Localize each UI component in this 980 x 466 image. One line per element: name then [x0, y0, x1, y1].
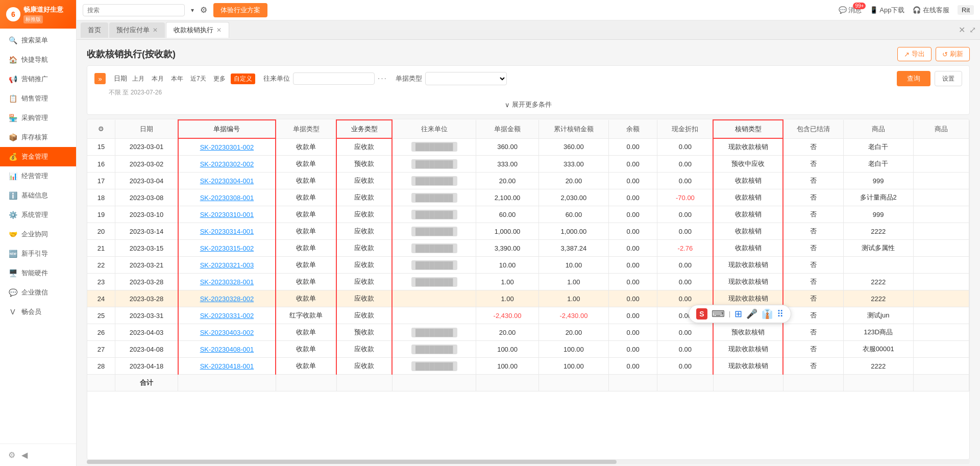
filter-toggle-icon[interactable]: » [94, 73, 106, 84]
col-header-discount[interactable]: 现金折扣 [657, 120, 713, 138]
col-header-bill_no[interactable]: 单据编号 [178, 120, 276, 138]
bill-no-link[interactable]: SK-20230301-002 [200, 143, 254, 151]
col-header-verified[interactable]: 累计核销金额 [539, 120, 609, 138]
date-this-month[interactable]: 本月 [150, 73, 166, 84]
sidebar-item-sales[interactable]: 📋 销售管理 [0, 89, 76, 108]
cell-bill_no[interactable]: SK-20230328-001 [178, 274, 276, 290]
sidebar-item-member[interactable]: V 畅会员 [0, 302, 76, 322]
bill-no-link[interactable]: SK-20230308-001 [200, 194, 254, 202]
table-row[interactable]: 282023-04-18SK-20230418-001收款单应收款███████… [87, 358, 969, 375]
table-row[interactable]: 202023-03-14SK-20230314-001收款单应收款███████… [87, 223, 969, 240]
sidebar-item-operation[interactable]: 📊 经营管理 [0, 166, 76, 186]
tab-expand-icon[interactable]: ⤢ [969, 25, 976, 35]
cell-bill_no[interactable]: SK-20230403-002 [178, 324, 276, 341]
grid-icon[interactable]: 🎤 [746, 308, 757, 320]
col-header-goods2[interactable]: 商品 [913, 120, 969, 138]
cell-bill_no[interactable]: SK-20230418-001 [178, 358, 276, 375]
settings-icon[interactable]: ⚙ [8, 450, 15, 460]
table-row[interactable]: 192023-03-10SK-20230310-001收款单应收款███████… [87, 206, 969, 223]
cell-bill_no[interactable]: SK-20230321-003 [178, 257, 276, 274]
keyboard-icon[interactable]: ⊞ [734, 308, 742, 320]
table-row[interactable]: 152023-03-01SK-20230301-002收款单应收款███████… [87, 138, 969, 156]
sidebar-item-system[interactable]: ⚙️ 系统管理 [0, 205, 76, 225]
industry-solution-button[interactable]: 体验行业方案 [213, 3, 267, 17]
cell-bill_no[interactable]: SK-20230308-001 [178, 189, 276, 206]
topbar-dropdown[interactable]: ▾ [191, 7, 194, 14]
date-7days[interactable]: 近7天 [188, 73, 208, 84]
table-row[interactable]: 242023-03-28SK-20230328-002收款单应收款1.001.0… [87, 290, 969, 307]
date-more[interactable]: 更多 [211, 73, 228, 84]
table-row[interactable]: 172023-03-04SK-20230304-001收款单应收款███████… [87, 173, 969, 189]
bill-no-link[interactable]: SK-20230403-002 [200, 329, 254, 336]
topbar-search-input[interactable] [83, 4, 185, 16]
cell-bill_no[interactable]: SK-20230314-001 [178, 223, 276, 240]
refresh-button[interactable]: ↺ 刷新 [936, 47, 970, 61]
col-header-cancel_type[interactable]: 核销类型 [713, 120, 783, 138]
expand-conditions[interactable]: ∨ 展开更多条件 [94, 100, 962, 109]
date-this-year[interactable]: 本年 [169, 73, 185, 84]
bill-no-link[interactable]: SK-20230302-002 [200, 160, 254, 168]
topbar-gear-icon[interactable]: ⚙ [200, 5, 207, 15]
sidebar-item-capital[interactable]: 💰 资金管理 [0, 147, 76, 166]
col-header-include_settled[interactable]: 包含已结清 [783, 120, 843, 138]
sidebar-item-quicknav[interactable]: 🏠 快捷导航 [0, 50, 76, 69]
table-row[interactable]: 222023-03-21SK-20230321-003收款单应收款███████… [87, 257, 969, 274]
sidebar-item-basic[interactable]: ℹ️ 基础信息 [0, 186, 76, 205]
scrollbar-thumb[interactable] [87, 460, 617, 464]
col-header-partner[interactable]: 往来单位 [392, 120, 476, 138]
collapse-icon[interactable]: ◀ [21, 450, 28, 460]
date-custom-btn[interactable]: 自定义 [231, 73, 255, 84]
table-row[interactable]: 252023-03-31SK-20230331-002红字收款单应收款-2,43… [87, 307, 969, 324]
col-header-date[interactable]: 日期 [115, 120, 178, 138]
user-menu[interactable]: Rit [958, 5, 974, 15]
tab-payable[interactable]: 预付应付单✕ [109, 22, 165, 38]
apps-icon[interactable]: ⠿ [777, 308, 783, 320]
bill-no-link[interactable]: SK-20230328-002 [200, 295, 254, 303]
table-row[interactable]: 262023-04-03SK-20230403-002收款单预收款███████… [87, 324, 969, 341]
partner-input[interactable] [293, 72, 375, 85]
tab-close-payable[interactable]: ✕ [153, 27, 158, 34]
col-header-amount[interactable]: 单据金额 [476, 120, 539, 138]
bill-no-link[interactable]: SK-20230310-001 [200, 211, 254, 218]
table-row[interactable]: 232023-03-28SK-20230328-001收款单应收款███████… [87, 274, 969, 290]
bill-no-link[interactable]: SK-20230314-001 [200, 228, 254, 235]
bill-no-link[interactable]: SK-20230408-001 [200, 346, 254, 353]
sidebar-item-hardware[interactable]: 🖥️ 智能硬件 [0, 263, 76, 283]
bill-no-link[interactable]: SK-20230321-003 [200, 261, 254, 269]
date-prev-month[interactable]: 上月 [130, 73, 146, 84]
tab-receipt[interactable]: 收款核销执行✕ [166, 22, 229, 38]
sidebar-item-purchase[interactable]: 🏪 采购管理 [0, 108, 76, 128]
s-icon[interactable]: S [696, 308, 707, 320]
col-header-bill_type[interactable]: 单据类型 [276, 120, 336, 138]
table-row[interactable]: 272023-04-08SK-20230408-001收款单应收款███████… [87, 341, 969, 358]
cell-bill_no[interactable]: SK-20230304-001 [178, 173, 276, 189]
cell-bill_no[interactable]: SK-20230315-002 [178, 240, 276, 257]
cell-bill_no[interactable]: SK-20230328-002 [178, 290, 276, 307]
sidebar-item-guide[interactable]: 🆕 新手引导 [0, 244, 76, 263]
query-button[interactable]: 查询 [897, 71, 930, 86]
sidebar-item-inventory[interactable]: 📦 库存核算 [0, 128, 76, 147]
bill-no-link[interactable]: SK-20230315-002 [200, 244, 254, 252]
shirt-icon[interactable]: 👔 [762, 308, 773, 320]
bill-type-select[interactable] [425, 72, 507, 85]
sidebar-item-search[interactable]: 🔍 搜索菜单 [0, 31, 76, 50]
cell-bill_no[interactable]: SK-20230310-001 [178, 206, 276, 223]
sidebar-item-corp[interactable]: 🤝 企业协同 [0, 225, 76, 244]
horizontal-scrollbar[interactable] [87, 460, 970, 464]
bill-no-link[interactable]: SK-20230331-002 [200, 312, 254, 320]
tab-close-all-icon[interactable]: ✕ [959, 25, 965, 35]
cell-bill_no[interactable]: SK-20230302-002 [178, 156, 276, 173]
col-header-biz_type[interactable]: 业务类型 [336, 120, 392, 138]
sidebar-item-marketing[interactable]: 📢 营销推广 [0, 69, 76, 89]
export-button[interactable]: ↗ 导出 [897, 47, 932, 61]
cell-bill_no[interactable]: SK-20230408-001 [178, 341, 276, 358]
online-service-link[interactable]: 🎧 在线客服 [913, 6, 949, 15]
settings-button[interactable]: 设置 [935, 71, 962, 86]
message-badge[interactable]: 💬 消息 99+ [839, 6, 862, 15]
tab-close-receipt[interactable]: ✕ [216, 27, 222, 34]
col-header-goods[interactable]: 商品 [843, 120, 913, 138]
table-row[interactable]: 182023-03-08SK-20230308-001收款单应收款███████… [87, 189, 969, 206]
partner-dots[interactable]: ··· [378, 74, 387, 83]
bill-no-link[interactable]: SK-20230304-001 [200, 177, 254, 185]
bill-no-link[interactable]: SK-20230328-001 [200, 278, 254, 286]
